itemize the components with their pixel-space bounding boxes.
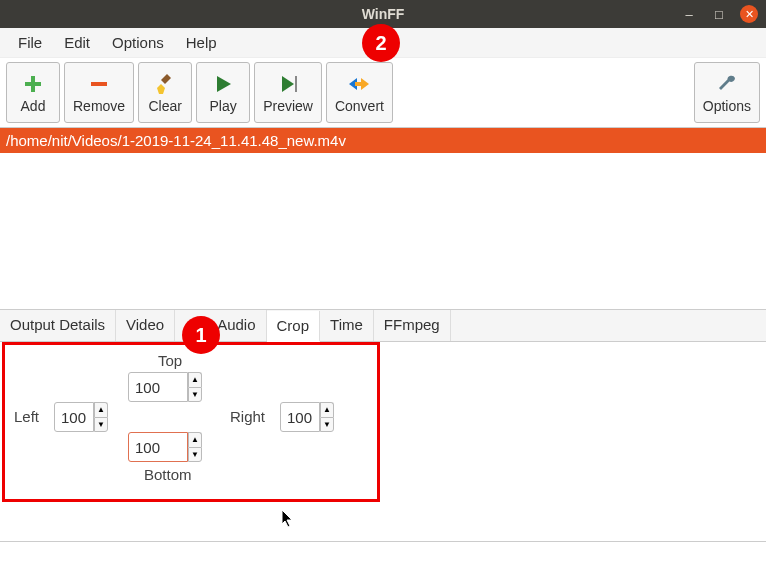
play-label: Play	[210, 98, 237, 114]
chevron-up-icon[interactable]: ▲	[320, 402, 334, 417]
chevron-up-icon[interactable]: ▲	[188, 372, 202, 387]
tab-crop[interactable]: Crop	[267, 311, 321, 342]
preview-icon	[276, 72, 300, 96]
play-icon	[211, 72, 235, 96]
crop-right-spinner[interactable]: ▲ ▼	[280, 402, 334, 432]
play-button[interactable]: Play	[196, 62, 250, 123]
crop-right-label: Right	[230, 408, 265, 425]
convert-button[interactable]: Convert	[326, 62, 393, 123]
clear-label: Clear	[148, 98, 181, 114]
chevron-down-icon[interactable]: ▼	[94, 417, 108, 432]
preview-label: Preview	[263, 98, 313, 114]
maximize-icon[interactable]: □	[710, 5, 728, 23]
file-list-area[interactable]	[0, 153, 766, 309]
menu-edit[interactable]: Edit	[54, 30, 100, 55]
crop-top-input[interactable]	[128, 372, 188, 402]
toolbar-spacer	[397, 62, 690, 123]
menu-help[interactable]: Help	[176, 30, 227, 55]
crop-panel: Top ▲ ▼ Left ▲ ▼ Right ▲ ▼	[0, 342, 766, 522]
annotation-badge-1: 1	[182, 316, 220, 354]
chevron-down-icon[interactable]: ▼	[320, 417, 334, 432]
wrench-icon	[715, 72, 739, 96]
chevron-up-icon[interactable]: ▲	[188, 432, 202, 447]
tab-ffmpeg[interactable]: FFmpeg	[374, 310, 451, 341]
crop-top-spinner[interactable]: ▲ ▼	[128, 372, 202, 402]
close-icon[interactable]: ✕	[740, 5, 758, 23]
window-controls: – □ ✕	[680, 5, 758, 23]
add-button[interactable]: Add	[6, 62, 60, 123]
svg-rect-0	[91, 82, 107, 86]
add-label: Add	[21, 98, 46, 114]
crop-left-spinner[interactable]: ▲ ▼	[54, 402, 108, 432]
crop-bottom-label: Bottom	[144, 466, 192, 483]
crop-left-input[interactable]	[54, 402, 94, 432]
file-list[interactable]: /home/nit/Videos/1-2019-11-24_11.41.48_n…	[0, 128, 766, 153]
menu-options[interactable]: Options	[102, 30, 174, 55]
crop-right-input[interactable]	[280, 402, 320, 432]
remove-button[interactable]: Remove	[64, 62, 134, 123]
convert-label: Convert	[335, 98, 384, 114]
svg-rect-1	[295, 76, 297, 92]
plus-icon	[21, 72, 45, 96]
toolbar: Add Remove Clear Play Preview Convert Op…	[0, 58, 766, 128]
tab-video[interactable]: Video	[116, 310, 175, 341]
chevron-down-icon[interactable]: ▼	[188, 447, 202, 462]
remove-label: Remove	[73, 98, 125, 114]
minus-icon	[87, 72, 111, 96]
options-label: Options	[703, 98, 751, 114]
crop-bottom-spinner[interactable]: ▲ ▼	[128, 432, 202, 462]
chevron-up-icon[interactable]: ▲	[94, 402, 108, 417]
tabbar: Output Details Video Audio Crop Time FFm…	[0, 309, 766, 342]
tab-output-details[interactable]: Output Details	[0, 310, 116, 341]
convert-icon	[347, 72, 371, 96]
minimize-icon[interactable]: –	[680, 5, 698, 23]
crop-left-label: Left	[14, 408, 39, 425]
annotation-badge-2: 2	[362, 24, 400, 62]
preview-button[interactable]: Preview	[254, 62, 322, 123]
chevron-down-icon[interactable]: ▼	[188, 387, 202, 402]
crop-bottom-input[interactable]	[128, 432, 188, 462]
broom-icon	[153, 72, 177, 96]
list-item[interactable]: /home/nit/Videos/1-2019-11-24_11.41.48_n…	[0, 128, 766, 153]
tab-time[interactable]: Time	[320, 310, 374, 341]
window-title: WinFF	[362, 6, 405, 22]
mouse-cursor-icon	[282, 510, 296, 532]
crop-top-label: Top	[158, 352, 182, 369]
crop-grid: Top ▲ ▼ Left ▲ ▼ Right ▲ ▼	[8, 350, 388, 500]
clear-button[interactable]: Clear	[138, 62, 192, 123]
options-button[interactable]: Options	[694, 62, 760, 123]
menu-file[interactable]: File	[8, 30, 52, 55]
footer-divider	[0, 541, 766, 542]
